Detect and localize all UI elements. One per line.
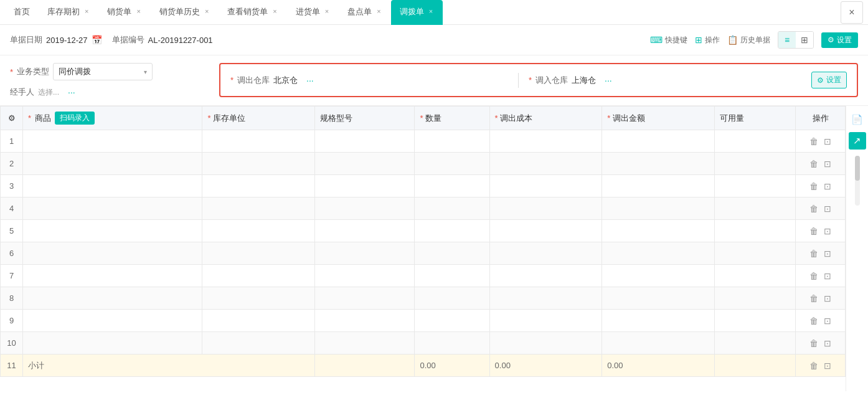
tab-home[interactable]: 首页 <box>5 0 39 25</box>
product-cell[interactable] <box>23 153 202 175</box>
unit-cell[interactable] <box>202 175 315 198</box>
transfer-cost-cell[interactable] <box>489 153 602 175</box>
product-cell[interactable] <box>23 242 202 265</box>
unit-cell[interactable] <box>202 242 315 265</box>
unit-cell[interactable] <box>202 153 315 175</box>
transfer-amount-cell[interactable] <box>602 242 715 265</box>
spec-cell[interactable] <box>315 153 415 175</box>
transfer-cost-cell[interactable] <box>489 310 602 332</box>
delete-icon[interactable]: 🗑 <box>808 316 820 326</box>
tab-inventory-init-close[interactable]: × <box>83 8 90 15</box>
table-container[interactable]: ⚙ * 商品 扫码录入 * 库存单位 规格型号 <box>0 106 846 391</box>
spec-cell[interactable] <box>315 242 415 265</box>
transfer-cost-cell[interactable] <box>489 130 602 153</box>
spec-cell[interactable] <box>315 310 415 332</box>
available-cell[interactable] <box>714 310 795 332</box>
product-cell[interactable] <box>23 332 202 355</box>
product-cell[interactable] <box>23 265 202 287</box>
transfer-cost-cell[interactable] <box>489 198 602 220</box>
qty-cell[interactable] <box>415 287 489 310</box>
delete-icon[interactable]: 🗑 <box>808 338 820 348</box>
transfer-amount-cell[interactable] <box>602 130 715 153</box>
copy-icon[interactable]: ⊡ <box>822 181 833 191</box>
scan-button[interactable]: 扫码录入 <box>55 112 95 125</box>
qty-cell[interactable] <box>415 332 489 355</box>
copy-icon[interactable]: ⊡ <box>822 249 833 259</box>
qty-cell[interactable] <box>415 175 489 198</box>
available-cell[interactable] <box>714 198 795 220</box>
unit-cell[interactable] <box>202 287 315 310</box>
spec-cell[interactable] <box>315 130 415 153</box>
tab-sales-history[interactable]: 销货单历史 × <box>151 0 219 25</box>
tab-sales-order[interactable]: 销货单 × <box>98 0 150 25</box>
spec-cell[interactable] <box>315 175 415 198</box>
qty-cell[interactable] <box>415 198 489 220</box>
copy-icon[interactable]: ⊡ <box>822 136 833 146</box>
transfer-cost-cell[interactable] <box>489 175 602 198</box>
setting-button[interactable]: ⚙ 设置 <box>821 32 858 48</box>
sidebar-doc-icon[interactable]: 📄 <box>849 111 866 128</box>
transfer-cost-cell[interactable] <box>489 220 602 242</box>
copy-icon[interactable]: ⊡ <box>822 271 833 281</box>
product-cell[interactable] <box>23 130 202 153</box>
transfer-amount-cell[interactable] <box>602 153 715 175</box>
transfer-cost-cell[interactable] <box>489 287 602 310</box>
available-cell[interactable] <box>714 153 795 175</box>
tab-transfer[interactable]: 调拨单 × <box>391 0 443 25</box>
out-warehouse-more-btn[interactable]: ··· <box>306 75 314 85</box>
grid-view-button[interactable]: ⊞ <box>796 32 813 48</box>
available-cell[interactable] <box>714 242 795 265</box>
sidebar-link-icon[interactable]: ↗ <box>849 132 866 150</box>
calendar-icon[interactable]: 📅 <box>92 35 102 45</box>
person-choose[interactable]: 选择... <box>38 87 59 98</box>
delete-icon[interactable]: 🗑 <box>808 159 820 169</box>
copy-icon[interactable]: ⊡ <box>822 361 833 371</box>
available-cell[interactable] <box>714 130 795 153</box>
qty-cell[interactable] <box>415 265 489 287</box>
qty-cell[interactable] <box>415 310 489 332</box>
qty-cell[interactable] <box>415 242 489 265</box>
delete-icon[interactable]: 🗑 <box>808 249 820 259</box>
transfer-amount-cell[interactable] <box>602 332 715 355</box>
spec-cell[interactable] <box>315 220 415 242</box>
tab-inventory-init[interactable]: 库存期初 × <box>39 0 98 25</box>
spec-cell[interactable] <box>315 265 415 287</box>
transfer-cost-cell[interactable] <box>489 332 602 355</box>
copy-icon[interactable]: ⊡ <box>822 159 833 169</box>
spec-cell[interactable] <box>315 198 415 220</box>
unit-cell[interactable] <box>202 310 315 332</box>
person-more-btn[interactable]: ··· <box>68 87 75 97</box>
product-cell[interactable] <box>23 175 202 198</box>
copy-icon[interactable]: ⊡ <box>822 338 833 348</box>
delete-icon[interactable]: 🗑 <box>808 271 820 281</box>
delete-icon[interactable]: 🗑 <box>808 181 820 191</box>
delete-icon[interactable]: 🗑 <box>808 204 820 214</box>
product-cell[interactable] <box>23 198 202 220</box>
product-cell[interactable] <box>23 220 202 242</box>
warehouse-setting-button[interactable]: ⚙ 设置 <box>811 72 847 88</box>
copy-icon[interactable]: ⊡ <box>822 316 833 326</box>
spec-cell[interactable] <box>315 332 415 355</box>
shortcuts-button[interactable]: ⌨ 快捷键 <box>650 35 687 45</box>
unit-cell[interactable] <box>202 198 315 220</box>
tab-purchase[interactable]: 进货单 × <box>287 0 339 25</box>
operations-button[interactable]: ⊞ 操作 <box>695 35 720 45</box>
unit-cell[interactable] <box>202 265 315 287</box>
transfer-amount-cell[interactable] <box>602 265 715 287</box>
delete-icon[interactable]: 🗑 <box>808 226 820 236</box>
in-warehouse-more-btn[interactable]: ··· <box>605 75 612 85</box>
tab-sales-order-close[interactable]: × <box>135 8 141 15</box>
transfer-amount-cell[interactable] <box>602 287 715 310</box>
product-cell[interactable] <box>23 310 202 332</box>
tab-inventory-check[interactable]: 盘点单 × <box>339 0 390 25</box>
copy-icon[interactable]: ⊡ <box>822 226 833 236</box>
available-cell[interactable] <box>714 220 795 242</box>
tab-purchase-close[interactable]: × <box>324 8 330 15</box>
scrollbar-track[interactable] <box>855 156 860 206</box>
transfer-cost-cell[interactable] <box>489 242 602 265</box>
unit-cell[interactable] <box>202 220 315 242</box>
delete-icon[interactable]: 🗑 <box>808 136 820 146</box>
unit-cell[interactable] <box>202 130 315 153</box>
tab-transfer-close[interactable]: × <box>428 8 434 15</box>
spec-cell[interactable] <box>315 287 415 310</box>
